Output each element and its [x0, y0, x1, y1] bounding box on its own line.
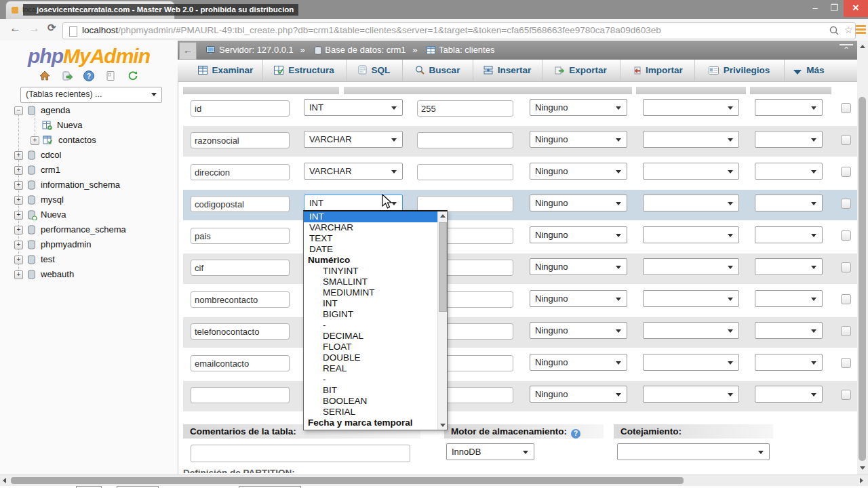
expand-expander[interactable]: +	[14, 270, 23, 279]
null-checkbox[interactable]	[841, 390, 851, 400]
tree-label[interactable]: test	[41, 252, 55, 267]
type-option[interactable]: DECIMAL	[304, 331, 447, 342]
type-option-selected[interactable]: INT	[304, 211, 447, 222]
type-option[interactable]: BIGINT	[304, 309, 447, 320]
column-default-select[interactable]: Ninguno	[530, 163, 627, 180]
type-option[interactable]: REAL	[304, 363, 447, 374]
minimize-button[interactable]: –	[806, 0, 825, 16]
logout-icon[interactable]	[61, 70, 73, 82]
scroll-right-icon[interactable]	[860, 478, 863, 483]
tree-label[interactable]: contactos	[58, 133, 96, 148]
column-attributes-select[interactable]	[755, 99, 823, 116]
type-option[interactable]: -	[304, 320, 447, 331]
null-checkbox[interactable]	[841, 262, 851, 272]
tree-label[interactable]: information_schema	[41, 178, 120, 192]
column-default-select[interactable]: Ninguno	[530, 131, 627, 148]
column-type-select[interactable]: VARCHAR	[304, 131, 403, 148]
column-length-input[interactable]	[417, 132, 513, 148]
column-type-select[interactable]: VARCHAR	[304, 163, 403, 180]
type-option[interactable]: SERIAL	[304, 407, 447, 418]
tab-buscar[interactable]: Buscar	[402, 60, 473, 81]
tree-label[interactable]: Nueva	[41, 207, 66, 222]
column-default-select[interactable]: Ninguno	[530, 322, 627, 339]
tree-label[interactable]: cdcol	[41, 148, 61, 163]
type-option[interactable]: VARCHAR	[304, 222, 447, 233]
restore-button[interactable]: ❐	[825, 0, 844, 16]
null-checkbox[interactable]	[841, 103, 851, 113]
column-name-input[interactable]	[191, 132, 290, 148]
url-text[interactable]: localhost/phpmyadmin/#PMAURL-49:tbl_crea…	[82, 25, 835, 37]
column-default-select[interactable]: Ninguno	[530, 226, 627, 243]
tab-privilegios[interactable]: Privilegios	[694, 60, 785, 81]
expand-expander[interactable]: +	[14, 151, 23, 160]
scroll-up-icon[interactable]	[440, 214, 446, 218]
column-collation-select[interactable]	[643, 290, 739, 307]
column-type-select[interactable]: INT	[304, 99, 403, 116]
dropdown-scrollbar[interactable]	[437, 211, 447, 430]
tree-label[interactable]: phpmyadmin	[41, 237, 91, 252]
horizontal-scrollbar[interactable]	[0, 474, 868, 486]
tree-label[interactable]: mysql	[41, 192, 64, 207]
tree-label[interactable]: crm1	[41, 163, 60, 178]
null-checkbox[interactable]	[841, 199, 851, 209]
forward-button[interactable]: →	[28, 22, 40, 35]
column-collation-select[interactable]	[643, 163, 739, 180]
type-option[interactable]: -	[304, 374, 447, 385]
column-attributes-select[interactable]	[755, 354, 823, 371]
tree-label[interactable]: webauth	[41, 267, 74, 282]
column-attributes-select[interactable]	[755, 163, 823, 180]
column-default-select[interactable]: Ninguno	[530, 386, 627, 403]
column-name-input[interactable]	[191, 100, 290, 117]
back-button[interactable]: ←	[9, 22, 21, 35]
phpmyadmin-logo[interactable]: phpMyAdmin	[0, 45, 178, 68]
column-default-select[interactable]: Ninguno	[530, 258, 627, 275]
collapse-panel-icon[interactable]: ⌃	[840, 44, 853, 56]
expand-expander[interactable]: +	[31, 136, 39, 145]
column-attributes-select[interactable]	[755, 195, 823, 211]
type-option[interactable]: BOOLEAN	[304, 396, 447, 407]
column-attributes-select[interactable]	[755, 386, 823, 403]
zoom-icon[interactable]	[829, 26, 839, 38]
null-checkbox[interactable]	[841, 167, 851, 177]
recent-tables-select[interactable]: (Tablas recientes) ...	[20, 87, 162, 103]
expand-expander[interactable]: +	[14, 166, 23, 175]
type-option[interactable]: TINYINT	[304, 266, 447, 277]
reload-button[interactable]: ⟳	[47, 22, 56, 34]
column-default-select[interactable]: Ninguno	[530, 195, 627, 211]
tab-examinar[interactable]: Examinar	[189, 60, 263, 81]
null-checkbox[interactable]	[841, 230, 851, 241]
column-collation-select[interactable]	[643, 99, 739, 116]
collapse-expander[interactable]: −	[14, 106, 23, 115]
null-checkbox[interactable]	[841, 294, 851, 304]
tab-sql[interactable]: SQL	[346, 60, 403, 81]
column-collation-select[interactable]	[643, 195, 739, 211]
column-default-select[interactable]: Ninguno	[530, 99, 627, 116]
help-icon[interactable]: ?	[83, 70, 95, 82]
column-collation-select[interactable]	[643, 322, 739, 339]
type-option[interactable]: BIT	[304, 385, 447, 396]
column-length-input[interactable]	[417, 164, 513, 180]
type-option[interactable]: FLOAT	[304, 342, 447, 352]
vertical-scrollbar[interactable]	[857, 41, 868, 474]
column-attributes-select[interactable]	[755, 322, 823, 339]
expand-expander[interactable]: +	[14, 241, 23, 249]
breadcrumb-table[interactable]: Tabla: clientes	[439, 45, 494, 55]
column-collation-select[interactable]	[643, 354, 739, 371]
table-collation-select[interactable]	[617, 443, 770, 460]
scrollbar-thumb[interactable]	[11, 477, 684, 484]
null-checkbox[interactable]	[841, 358, 851, 368]
bookmark-star-icon[interactable]: ☆	[844, 24, 853, 35]
column-name-input[interactable]	[191, 387, 290, 403]
column-collation-select[interactable]	[643, 226, 739, 243]
close-button[interactable]: ✕	[844, 0, 868, 17]
column-attributes-select[interactable]	[755, 290, 823, 307]
column-collation-select[interactable]	[643, 258, 739, 275]
scroll-down-icon[interactable]	[860, 466, 865, 470]
scroll-down-icon[interactable]	[440, 424, 446, 427]
column-name-input[interactable]	[191, 164, 290, 180]
tab-mas[interactable]: Más	[784, 60, 834, 81]
tab-importar[interactable]: Importar	[620, 60, 695, 81]
column-attributes-select[interactable]	[755, 226, 823, 243]
column-length-input[interactable]	[417, 100, 513, 117]
column-attributes-select[interactable]	[755, 131, 823, 148]
